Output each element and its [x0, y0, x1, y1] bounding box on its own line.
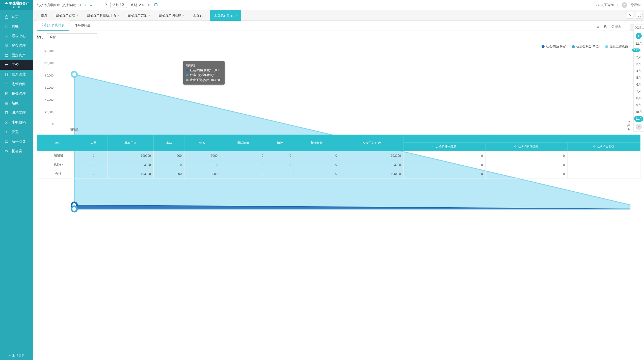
- salary-icon: [5, 63, 9, 67]
- svg-point-1: [624, 4, 625, 5]
- col-header: 新增轻轻: [294, 135, 340, 151]
- salary-table-wrap[interactable]: 部门人数基本工资津贴绩效测试加项扣款新增轻轻应发工资合计 个人承担养老保险个人承…: [37, 135, 640, 178]
- tab-固定资产类别[interactable]: 固定资产类别×: [123, 10, 154, 21]
- tabs-bar: 首页固定资产管理×固定资产折旧统计表×固定资产类别×固定资产明细账×工资表×工资…: [33, 10, 644, 21]
- sidebar-item-vip[interactable]: 畅会员: [0, 146, 33, 156]
- rail-month[interactable]: 12月: [634, 40, 644, 47]
- calendar-icon[interactable]: [154, 3, 158, 7]
- chart-point: [72, 206, 77, 212]
- tab-label: 固定资产折旧统计表: [87, 13, 116, 18]
- tab-工资统计报表[interactable]: 工资统计报表×: [210, 10, 241, 21]
- x-axis-label: 嗯嗯嗯: [70, 128, 78, 132]
- sidebar-item-ledger[interactable]: 总账: [0, 22, 33, 31]
- support-link[interactable]: 人工咨询: [596, 3, 614, 7]
- table-row[interactable]: 嗯嗯嗯1100000200300000010320000: [37, 151, 640, 160]
- rail-month[interactable]: 3月: [634, 61, 644, 68]
- tab-首页[interactable]: 首页: [37, 10, 51, 21]
- rail-down-button[interactable]: [636, 124, 642, 130]
- tooltip-label: 社会保险(单位):: [190, 68, 211, 73]
- sidebar-item-stock[interactable]: 进销台账: [0, 79, 33, 89]
- cell: [568, 151, 640, 160]
- cell-count: 2: [80, 169, 108, 178]
- reimb-icon: [5, 120, 9, 124]
- tab-label: 工资统计报表: [214, 13, 234, 18]
- guide-icon: [5, 140, 9, 144]
- sidebar-item-settings[interactable]: 设置: [0, 127, 33, 137]
- legend-item[interactable]: 应发工资总额: [605, 44, 628, 49]
- fullscreen-button[interactable]: ⛶: [636, 12, 642, 19]
- close-icon[interactable]: ×: [77, 14, 78, 17]
- tab-label: 工资表: [193, 13, 203, 18]
- tab-固定资产明细账[interactable]: 固定资产明细账×: [154, 10, 189, 21]
- account-selector[interactable]: 刘小艳演示账套（勿删勿动！） 1: [37, 3, 87, 7]
- col-header: 部门: [37, 135, 80, 151]
- nav: 首页总账报表中心资金管理固定资产工资发票管理进销台账税务管理结账归档管理小畅报销…: [0, 10, 33, 351]
- rail-up-button[interactable]: [636, 33, 642, 39]
- resize-handle-icon[interactable]: [639, 177, 640, 178]
- sidebar-unpin[interactable]: ⇤ 取消固定: [0, 351, 33, 360]
- sidebar-item-label: 设置: [12, 130, 19, 134]
- rail-month[interactable]: 11月: [634, 115, 644, 122]
- refresh-button[interactable]: 刷新: [611, 24, 621, 29]
- rail-month[interactable]: 10月: [634, 109, 644, 115]
- close-icon[interactable]: ×: [183, 14, 185, 17]
- rail-month[interactable]: 7月: [634, 88, 644, 95]
- user-name[interactable]: 徐泽华: [631, 3, 640, 7]
- cell: 0: [294, 160, 340, 169]
- col-header: 基本工资: [108, 135, 153, 151]
- legend-label: 应发工资总额: [610, 44, 628, 49]
- sidebar-item-reimb[interactable]: 小畅报销: [0, 118, 33, 127]
- col-subheader: 个人承担失业保: [568, 143, 640, 151]
- dept-select[interactable]: 全部 ⌄: [47, 33, 97, 41]
- y-axis-label: 60,000: [41, 86, 53, 89]
- close-icon[interactable]: ×: [235, 14, 237, 17]
- subtab-month-stats[interactable]: 月份统计表: [69, 21, 95, 31]
- close-icon[interactable]: ×: [118, 14, 119, 17]
- rail-month[interactable]: 5月: [634, 74, 644, 81]
- chevron-down-icon[interactable]: ⌄: [90, 3, 92, 7]
- download-button[interactable]: 下载: [597, 24, 607, 29]
- col-header: 人数: [80, 135, 108, 151]
- y-axis-label: 20,000: [41, 111, 53, 114]
- sidebar-item-home[interactable]: 首页: [0, 12, 33, 22]
- sidebar-item-fund[interactable]: 资金管理: [0, 41, 33, 50]
- tooltip-label: 住房公积金(单位):: [190, 73, 214, 78]
- sidebar-item-guide[interactable]: 新手引导: [0, 137, 33, 146]
- sidebar-item-close[interactable]: 结账: [0, 98, 33, 108]
- sidebar-item-asset[interactable]: 固定资产: [0, 50, 33, 60]
- table-row[interactable]: 总经办1320000000320000: [37, 160, 640, 169]
- close-icon[interactable]: ×: [204, 14, 206, 17]
- table-row[interactable]: 合计2103200200300000010640000: [37, 169, 640, 178]
- tab-固定资产折旧统计表[interactable]: 固定资产折旧统计表×: [83, 10, 123, 21]
- rail-month[interactable]: 4月: [634, 68, 644, 74]
- col-header: 津贴: [153, 135, 184, 151]
- asset-icon: [5, 53, 9, 57]
- account-settings-button[interactable]: [103, 2, 108, 8]
- legend-item[interactable]: 住房公积金(单位): [572, 44, 600, 49]
- rail-month[interactable]: 9月: [634, 102, 644, 109]
- rail-month[interactable]: 2月: [634, 54, 644, 61]
- rail-month[interactable]: 8月: [634, 95, 644, 102]
- sidebar-item-archive[interactable]: 归档管理: [0, 108, 33, 118]
- subtab-dept-stats[interactable]: 部门工资统计表: [37, 20, 69, 31]
- report-icon: [5, 34, 9, 38]
- sidebar-item-tax[interactable]: 税务管理: [0, 89, 33, 98]
- rail-expand-button[interactable]: ›: [630, 24, 634, 31]
- rail-month[interactable]: 6月: [634, 81, 644, 88]
- tab-工资表[interactable]: 工资表×: [189, 10, 210, 21]
- salary-chart[interactable]: 020,00040,00060,00080,000100,000120,000 …: [42, 50, 635, 128]
- tab-固定资产管理[interactable]: 固定资产管理×: [51, 10, 83, 21]
- legend-item[interactable]: 社会保险(单位): [542, 44, 566, 49]
- switch-old-button[interactable]: 切到旧版: [110, 2, 127, 8]
- avatar[interactable]: [622, 2, 627, 8]
- cell: 0: [184, 160, 220, 169]
- cell: 0: [266, 160, 294, 169]
- sidebar-item-report[interactable]: 报表中心: [0, 31, 33, 41]
- close-icon[interactable]: ×: [149, 14, 150, 17]
- add-account-button[interactable]: ＋: [95, 2, 101, 8]
- cell-count: 1: [80, 151, 108, 160]
- sidebar-item-label: 新手引导: [12, 139, 26, 144]
- sidebar-item-invoice[interactable]: 发票管理: [0, 70, 33, 79]
- sidebar-item-salary[interactable]: 工资: [0, 60, 33, 70]
- close-all-tabs-button[interactable]: ✕: [627, 12, 633, 19]
